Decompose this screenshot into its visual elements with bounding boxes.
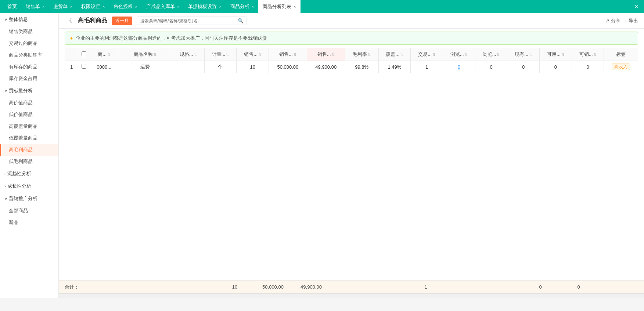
col-spec[interactable]: 规格... ⇅ [172,48,204,61]
row-checkbox[interactable] [82,64,86,69]
sidebar-group-trend[interactable]: › 流趋性分析 [0,167,58,180]
info-banner: ✦ 企业的主要的利润都是这部分商品创造的，可考虑加大推广，同时关注库存是不要出现… [65,32,638,45]
cell-index: 1 [65,61,78,73]
sort-icon: ⇅ [368,53,371,57]
info-icon: ✦ [69,36,73,41]
sidebar-item-sales-goods[interactable]: 销售类商品 [0,26,58,37]
sidebar-item-all-goods[interactable]: 全部商品 [0,205,58,217]
cell-sellable-stock: 0 [572,61,604,73]
col-sales-amount[interactable]: 销售... ⇅ [269,48,307,61]
nav-tab-analysis[interactable]: 商品分析 × [226,0,258,13]
col-view1[interactable]: 浏览... ⇅ [443,48,475,61]
nav-tab-sales[interactable]: 销售单 × [21,0,49,13]
close-icon[interactable]: × [252,4,254,9]
sort-icon: ⇅ [497,53,500,57]
sort-icon: ⇅ [529,53,532,57]
nav-tab-role[interactable]: 角色授权 × [109,0,141,13]
sort-icon: ⇅ [561,53,564,57]
select-all-checkbox[interactable] [82,51,86,56]
main-container: ∨ 整体信息 销售类商品 交易过的商品 商品分类助销率 有库存的商品 库存资金占… [0,13,644,298]
close-icon[interactable]: × [102,4,105,9]
sidebar-group-contribution[interactable]: ∨ 贡献量分析 [0,84,58,97]
col-transaction[interactable]: 交易... ⇅ [411,48,443,61]
col-checkbox [78,48,90,61]
cell-view1[interactable]: 0 [443,61,475,73]
footer-available-stock: 0 [564,284,593,290]
sidebar-item-stock-capital[interactable]: 库存资金占用 [0,73,58,84]
sidebar-item-low-margin[interactable]: 低毛利商品 [0,156,58,167]
share-button[interactable]: ↗ 分享 [605,18,620,24]
collapse-button[interactable]: 《 [65,16,73,25]
horizontal-scrollbar[interactable] [59,293,644,298]
sort-icon: ⇅ [594,53,597,57]
cell-gross-margin: 99.8% [345,61,378,73]
col-name[interactable]: 商品名称 ⇅ [118,48,172,61]
sidebar-group-marketing[interactable]: ∨ 营销推广分析 [0,192,58,205]
sidebar-item-low-coverage[interactable]: 低覆盖量商品 [0,132,58,144]
close-icon[interactable]: × [219,4,221,9]
col-view2[interactable]: 浏览... ⇅ [475,48,507,61]
cell-checkbox [78,61,90,73]
nav-tab-product-inbound[interactable]: 产成品入库单 × [142,0,184,13]
export-button[interactable]: ↓ 导出 [625,18,638,24]
sidebar-item-high-coverage[interactable]: 高覆盖量商品 [0,120,58,132]
nav-tab-analysis-list[interactable]: 商品分析列表 × [258,0,300,13]
col-sales-profit[interactable]: 销售... ⇅ [307,48,345,61]
col-current-stock[interactable]: 现有... ⇅ [507,48,540,61]
sidebar-item-in-stock-goods[interactable]: 有库存的商品 [0,61,58,73]
sidebar-item-high-value[interactable]: 高价值商品 [0,97,58,109]
col-available-stock[interactable]: 可用... ⇅ [540,48,572,61]
sidebar-item-traded-goods[interactable]: 交易过的商品 [0,37,58,49]
search-icon[interactable]: 🔍 [238,18,244,23]
table-header-row: 商... ⇅ 商品名称 ⇅ 规格... [65,48,638,61]
table-row: 1 0000... 运费 个 10 50,000.00 49,900.00 99… [65,61,638,73]
close-icon[interactable]: × [42,4,44,9]
sidebar-group-growth[interactable]: › 成长性分析 [0,180,58,192]
arrow-down-icon: ∨ [4,88,7,93]
sidebar-group-overall[interactable]: ∨ 整体信息 [0,13,58,26]
sidebar-item-category-rate[interactable]: 商品分类助销率 [0,49,58,61]
col-sellable-stock[interactable]: 可销... ⇅ [572,48,604,61]
sort-icon: ⇅ [294,53,296,57]
search-box: 🔍 [137,17,247,25]
nav-tab-template[interactable]: 单据模板设置 × [184,0,226,13]
nav-tab-purchase[interactable]: 进货单 × [49,0,76,13]
arrow-down-icon: ∨ [4,17,7,22]
cell-sales-profit: 49,900.00 [307,61,345,73]
col-sales-qty[interactable]: 销售... ⇅ [237,48,269,61]
nav-tab-home[interactable]: 首页 [3,0,21,13]
footer-sales-profit: 49,900.00 [296,284,326,290]
top-nav: 首页 销售单 × 进货单 × 权限设置 × 角色授权 × 产成品入库单 × 单据… [0,0,644,13]
arrow-down-icon: ∨ [4,196,7,201]
sidebar-item-low-value[interactable]: 低价值商品 [0,109,58,120]
col-code[interactable]: 商... ⇅ [90,48,118,61]
cell-sales-qty: 10 [237,61,269,73]
sort-icon: ⇅ [465,53,468,57]
sidebar-item-new-goods[interactable]: 新品 [0,217,58,228]
window-close-button[interactable]: × [632,3,641,10]
col-row-index [65,48,78,61]
footer-sales-amount: 50,000.00 [258,284,288,290]
search-input[interactable] [140,18,238,23]
col-gross-margin[interactable]: 毛利率 ⇅ [345,48,378,61]
sort-icon: ⇅ [400,53,403,57]
filter-button[interactable]: 近一月 [112,17,132,25]
cell-tag: 高收入 [604,61,638,73]
close-icon[interactable]: × [70,4,72,9]
close-icon[interactable]: × [294,4,296,9]
col-unit[interactable]: 计量... ⇅ [204,48,237,61]
col-tag: 标签 [604,48,638,61]
close-icon[interactable]: × [177,4,179,9]
sort-icon: ⇅ [258,53,261,57]
col-coverage[interactable]: 覆盖... ⇅ [378,48,411,61]
table-wrapper: 商... ⇅ 商品名称 ⇅ 规格... [59,48,644,280]
cell-unit: 个 [204,61,237,73]
sidebar-item-high-margin[interactable]: 高毛利商品 [0,144,58,156]
sort-icon: ⇅ [107,53,110,57]
nav-tab-permissions[interactable]: 权限设置 × [77,0,109,13]
content-header: 《 高毛利商品 近一月 🔍 ↗ 分享 ↓ 导出 [59,13,644,29]
close-icon[interactable]: × [135,4,137,9]
sort-icon: ⇅ [226,53,229,57]
table-footer: 合计： 10 50,000.00 49,900.00 1 0 0 [59,280,644,293]
cell-transaction: 1 [411,61,443,73]
